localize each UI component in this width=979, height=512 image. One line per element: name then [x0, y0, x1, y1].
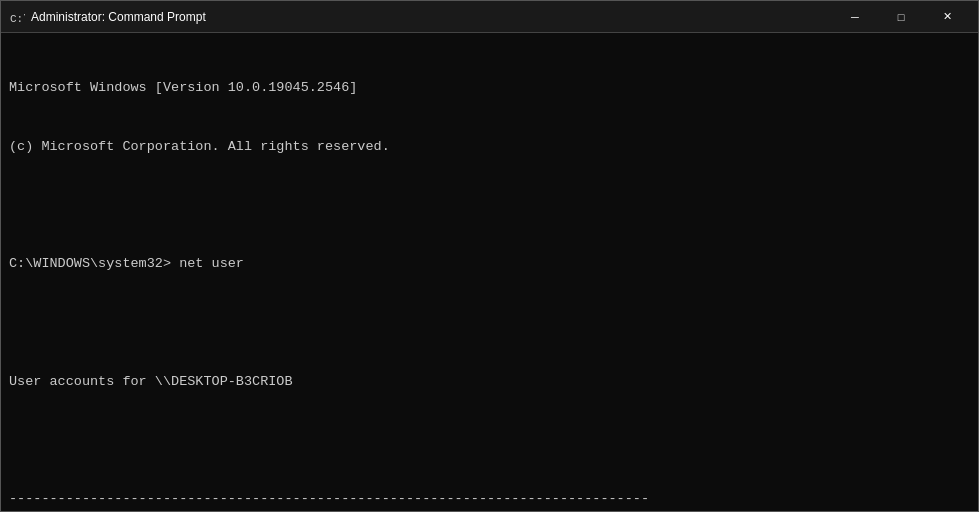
window-title: Administrator: Command Prompt: [31, 10, 832, 24]
console-output: Microsoft Windows [Version 10.0.19045.25…: [9, 39, 970, 511]
maximize-button[interactable]: □: [878, 1, 924, 33]
close-button[interactable]: ✕: [924, 1, 970, 33]
output-line-6: User accounts for \\DESKTOP-B3CRIOB: [9, 372, 970, 392]
window: C:\ Administrator: Command Prompt ─ □ ✕ …: [0, 0, 979, 512]
titlebar: C:\ Administrator: Command Prompt ─ □ ✕: [1, 1, 978, 33]
output-line-4: C:\WINDOWS\system32> net user: [9, 254, 970, 274]
svg-text:C:\: C:\: [10, 13, 25, 25]
app-icon: C:\: [9, 9, 25, 25]
output-line-7: [9, 430, 970, 450]
separator-line: ----------------------------------------…: [9, 489, 970, 509]
minimize-button[interactable]: ─: [832, 1, 878, 33]
output-line-3: [9, 196, 970, 216]
output-line-5: [9, 313, 970, 333]
output-line-2: (c) Microsoft Corporation. All rights re…: [9, 137, 970, 157]
console-body[interactable]: Microsoft Windows [Version 10.0.19045.25…: [1, 33, 978, 511]
output-line-1: Microsoft Windows [Version 10.0.19045.25…: [9, 78, 970, 98]
window-controls: ─ □ ✕: [832, 1, 970, 33]
